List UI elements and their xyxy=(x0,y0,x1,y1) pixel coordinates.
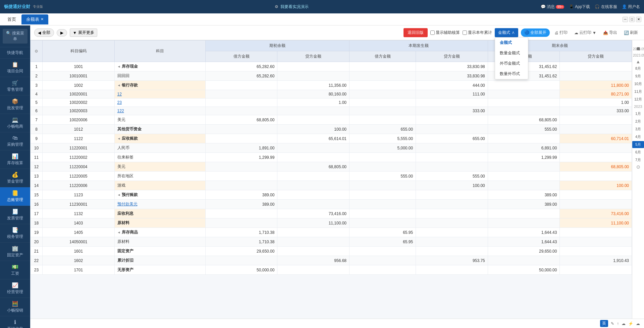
mode-btn[interactable]: 金额式 ∧ xyxy=(495,28,518,37)
sidebar-item-3[interactable]: 💻 小畅电商 xyxy=(0,114,30,132)
minimize-btn[interactable]: ─ xyxy=(623,17,628,22)
period-6[interactable]: 6月 xyxy=(632,149,644,156)
tab-close-btn[interactable]: ✕ xyxy=(41,17,44,21)
export-btn[interactable]: 📤 导出 xyxy=(601,28,619,37)
show-assist-input[interactable] xyxy=(430,30,435,35)
amount-cell: 111.00 xyxy=(416,90,488,99)
print-btn[interactable]: 🖨 打印 xyxy=(552,28,570,37)
amount-cell xyxy=(416,162,488,172)
period-5[interactable]: 5月 xyxy=(632,141,644,148)
period-4[interactable]: 4月 xyxy=(632,133,644,140)
mode-btn-wrap: 金额式 ∧ 金额式 数量金额式 外币金额式 数量外币式 xyxy=(495,28,518,37)
amount-cell xyxy=(277,71,350,81)
show-ytd-check[interactable]: 显示本年累计 xyxy=(463,30,492,36)
table-row: 15 1123 ◄ 预付账款 389.00 389.00 xyxy=(31,190,632,200)
account-name-cell[interactable]: 预付款美元 xyxy=(114,200,205,209)
nav-forward-btn[interactable]: ▶ xyxy=(57,29,67,37)
sidebar-item-assets[interactable]: 🏢 固定资产 xyxy=(0,243,30,261)
period-1[interactable]: 1月 xyxy=(632,110,644,117)
period-year-2023-end[interactable]: 2023.05 xyxy=(632,53,644,58)
table-row: 4 10020001 12 80,160.00 111.00 80,271.00 xyxy=(31,90,632,99)
amount-cell: 333.00 xyxy=(560,107,632,115)
expand-more-btn[interactable]: ▼ 展开更多 xyxy=(70,28,97,37)
edit-icon[interactable]: ✎ xyxy=(611,321,614,326)
tab-home[interactable]: 首页 xyxy=(3,14,21,24)
return-old-version-btn[interactable]: 退回旧版 xyxy=(404,28,428,37)
management-icon: 📈 xyxy=(1,282,29,288)
amount-cell xyxy=(277,190,350,200)
period-10[interactable]: 10月 xyxy=(632,80,644,87)
amount-cell: 1,910.43 xyxy=(560,256,632,265)
period-down-btn[interactable]: ⊙ xyxy=(636,164,640,170)
online-service-btn[interactable]: 🎧 在线客服 xyxy=(595,4,617,10)
sidebar-item-1[interactable]: 🛒 零售管理 xyxy=(0,77,30,95)
message-btn[interactable]: 💬 消息 99+ xyxy=(541,4,565,10)
table-row: 16 11230001 预付款美元 389.00 389.00 xyxy=(31,200,632,209)
refresh-btn[interactable]: 🔄 刷新 xyxy=(622,28,640,37)
sync-icon[interactable]: ↑ xyxy=(617,321,619,326)
th-opening-credit: 贷方金额 xyxy=(277,51,350,62)
sidebar-item-4[interactable]: 🛍 采购管理 xyxy=(0,132,30,150)
mode-option-foreign-amount[interactable]: 外币金额式 xyxy=(495,58,528,69)
close-btn[interactable]: ✕ xyxy=(636,17,641,22)
sidebar-item-6[interactable]: 💰 资金管理 xyxy=(0,169,30,187)
account-name-cell: 往来标签 xyxy=(114,153,205,162)
amount-cell: 73,416.00 xyxy=(560,209,632,218)
period-year-2023-start[interactable]: 2023.05 xyxy=(632,46,644,52)
table-settings-icon[interactable]: ⚙ xyxy=(35,49,38,54)
sidebar-item-2[interactable]: 📦 批发管理 xyxy=(0,95,30,114)
period-11[interactable]: 11月 xyxy=(632,88,644,95)
account-name-cell[interactable]: 23 xyxy=(114,99,205,107)
user-avatar[interactable]: 👤 用户名 xyxy=(622,4,640,10)
sidebar-item-ledger[interactable]: 📒 总账管理 xyxy=(0,187,30,206)
demo-label[interactable]: 我要看实况演示 xyxy=(280,4,309,10)
show-assist-check[interactable]: 显示辅助核算 xyxy=(430,30,460,36)
sidebar-item-expense[interactable]: 🧮 小畅报销 xyxy=(0,298,30,316)
sidebar-item-management[interactable]: 📈 经营管理 xyxy=(0,279,30,298)
maximize-btn[interactable]: □ xyxy=(629,17,635,22)
account-name-cell[interactable]: 12 xyxy=(114,90,205,99)
sidebar-item-0[interactable]: 📋 项目合同 xyxy=(0,59,30,77)
account-name-cell[interactable]: 122 xyxy=(114,107,205,115)
sidebar-item-quick-nav[interactable]: 快捷导航 xyxy=(0,47,30,59)
sidebar-item-5[interactable]: 📊 库存核算 xyxy=(0,150,30,169)
amount-cell xyxy=(488,107,560,115)
period-up-btn[interactable]: ▲ xyxy=(636,59,641,64)
period-7[interactable]: 7月 xyxy=(632,156,644,163)
mode-option-qty-amount[interactable]: 数量金额式 xyxy=(495,48,528,58)
tab-balance-sheet[interactable]: 余额表 ✕ xyxy=(21,14,48,24)
amount-cell: 6,891.00 xyxy=(488,143,560,153)
sidebar-item-salary[interactable]: 💵 工资 xyxy=(0,261,30,279)
sidebar-item-invoice[interactable]: 🧾 发票管理 xyxy=(0,206,30,224)
app-download-btn[interactable]: 📱 App下载 xyxy=(569,4,590,10)
amount-cell xyxy=(350,247,416,256)
invoice-icon: 🧾 xyxy=(1,208,29,215)
mode-option-qty-foreign[interactable]: 数量外币式 xyxy=(495,69,528,79)
sidebar-item-tax[interactable]: 📑 税务管理 xyxy=(0,224,30,243)
cloud-icon[interactable]: ☁ xyxy=(622,321,626,326)
account-name-cell: 累计折旧 xyxy=(114,256,205,265)
mode-option-amount[interactable]: 金额式 xyxy=(495,38,528,48)
period-3[interactable]: 3月 xyxy=(632,126,644,133)
bolt-icon[interactable]: ⚡ xyxy=(628,321,633,326)
search-menu-btn[interactable]: 🔍 搜索菜单 xyxy=(3,29,28,44)
nav-all-btn[interactable]: ◀ 全部 xyxy=(34,28,54,37)
cloud2-icon[interactable]: ☁ xyxy=(636,321,640,326)
sidebar-item-basic[interactable]: ℹ 基础信息 xyxy=(0,316,30,328)
row-num-cell: 20 xyxy=(31,237,43,247)
table-row: 22 1602 累计折旧 956.68 953.75 1,910.43 xyxy=(31,256,632,265)
amount-cell: 68,805.00 xyxy=(560,162,632,172)
period-9[interactable]: 9月 xyxy=(632,73,644,80)
settings-icon[interactable]: ⚙ xyxy=(275,4,278,9)
lang-btn[interactable]: 英 xyxy=(600,320,608,327)
show-ytd-input[interactable] xyxy=(463,30,467,35)
period-8[interactable]: 8月 xyxy=(632,65,644,72)
account-name-cell: ◄ 银行存款 xyxy=(114,81,205,90)
period-12[interactable]: 12月 xyxy=(632,96,644,103)
period-2[interactable]: 2月 xyxy=(632,118,644,125)
amount-cell: 655.00 xyxy=(416,134,488,143)
toggle-expand-btn[interactable]: 🔵 全部展开 xyxy=(521,28,550,37)
cloud-print-btn[interactable]: ☁ 云打印 ▼ xyxy=(572,28,598,37)
row-num-cell: 6 xyxy=(31,107,43,115)
table-row: 3 1002 ◄ 银行存款 11,356.00 444.00 11,800.00 xyxy=(31,81,632,90)
